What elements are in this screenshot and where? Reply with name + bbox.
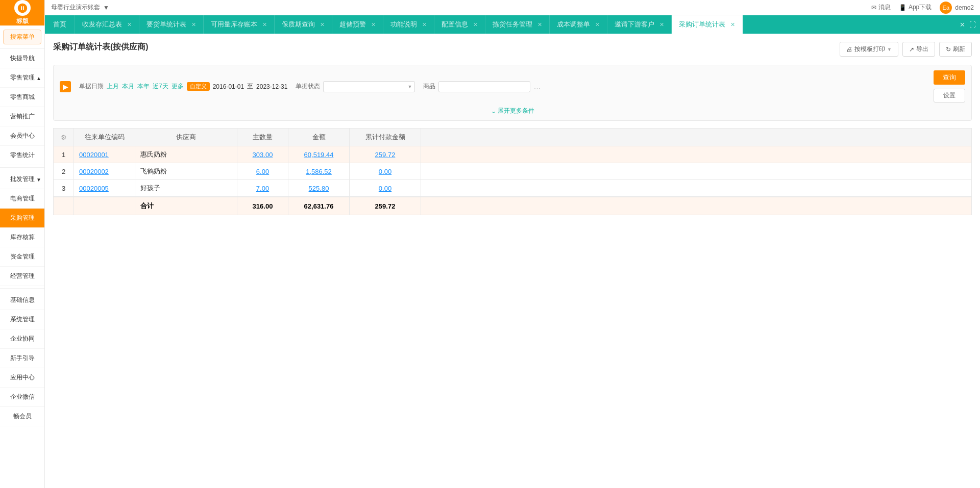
sidebar-item-retailshop[interactable]: 零售商城: [0, 88, 44, 107]
sidebar-item-ecommerce[interactable]: 电商管理: [0, 189, 44, 209]
tab-close-icon[interactable]: ✕: [262, 21, 267, 28]
tab-close-icon[interactable]: ✕: [320, 21, 325, 28]
tabs-maximize[interactable]: ⛶: [969, 21, 976, 29]
sidebar-item-label: 畅会员: [13, 412, 32, 421]
user-profile[interactable]: Ea demo2: [940, 2, 974, 14]
row-no: 2: [54, 163, 74, 180]
tab-close-icon[interactable]: ✕: [371, 21, 376, 28]
sidebar-item-newbie[interactable]: 新手引导: [0, 349, 44, 368]
tab-config[interactable]: 配置信息 ✕: [434, 15, 485, 34]
sidebar-item-retail[interactable]: 零售管理 ▲: [0, 68, 44, 88]
sidebar-item-member[interactable]: 会员中心: [0, 126, 44, 146]
qty[interactable]: 6.00: [237, 163, 288, 180]
sidebar-item-quicknav[interactable]: 快捷导航: [0, 49, 44, 68]
sidebar-item-inventory[interactable]: 库存核算: [0, 228, 44, 247]
more-options-icon[interactable]: …: [533, 83, 541, 91]
paid[interactable]: 0.00: [350, 180, 421, 197]
th-gear[interactable]: ⚙: [54, 129, 74, 146]
sidebar-item-member2[interactable]: 畅会员: [0, 407, 44, 426]
row-empty: [421, 163, 972, 180]
tab-close-icon[interactable]: ✕: [422, 21, 427, 28]
search-menu-button[interactable]: 搜索菜单: [3, 30, 41, 44]
amount[interactable]: 60,519.44: [288, 146, 350, 163]
tab-close-icon[interactable]: ✕: [595, 21, 600, 28]
footer-cell-last: [421, 197, 972, 215]
tab-purchase-stat[interactable]: 采购订单统计表 ✕: [672, 15, 743, 34]
tab-receivepay[interactable]: 收发存汇总表 ✕: [75, 15, 139, 34]
tab-close-icon[interactable]: ✕: [537, 21, 542, 28]
tab-close-icon[interactable]: ✕: [473, 21, 478, 28]
tab-funcguide[interactable]: 功能说明 ✕: [383, 15, 434, 34]
tab-home[interactable]: 首页: [45, 15, 75, 34]
status-select-wrapper: [323, 81, 415, 92]
tab-warranty[interactable]: 保质期查询 ✕: [275, 15, 332, 34]
tab-overstock[interactable]: 超储预警 ✕: [332, 15, 383, 34]
sidebar-item-wholesale[interactable]: 批发管理 ▼: [0, 170, 44, 189]
tab-cost-adjust[interactable]: 成本调整单 ✕: [550, 15, 607, 34]
goods-input[interactable]: [438, 81, 530, 92]
print-button[interactable]: 🖨 按模板打印 ▼: [840, 42, 898, 57]
tab-close-icon[interactable]: ✕: [659, 21, 664, 28]
shortcut-more[interactable]: 更多: [172, 82, 184, 91]
sidebar-item-label: 零售商城: [10, 93, 35, 101]
supplier: 好孩子: [135, 180, 237, 197]
sidebar-item-label: 快捷导航: [10, 54, 35, 63]
sidebar-item-label: 企业协同: [10, 335, 35, 343]
row-empty: [421, 146, 972, 163]
message-label: 消息: [878, 3, 891, 12]
tab-invite[interactable]: 邀请下游客户 ✕: [607, 15, 672, 34]
sidebar-item-enterprise[interactable]: 企业协同: [0, 329, 44, 349]
tab-inventory-book[interactable]: 可用量库存账本 ✕: [204, 15, 275, 34]
expand-down-icon: ⌄: [491, 108, 496, 115]
workspace-selector[interactable]: 母婴行业演示账套 ▼: [51, 3, 109, 12]
sidebar-item-finance[interactable]: 资金管理: [0, 247, 44, 267]
sidebar-item-label: 采购管理: [10, 214, 35, 222]
shortcut-prev-month[interactable]: 上月: [107, 82, 119, 91]
unit-code[interactable]: 00020005: [74, 180, 135, 197]
shortcut-this-month[interactable]: 本月: [122, 82, 134, 91]
sidebar-item-purchase[interactable]: 采购管理: [0, 209, 44, 228]
refresh-button[interactable]: ↻ 刷新: [939, 42, 972, 57]
tab-close-icon[interactable]: ✕: [127, 21, 132, 28]
qty[interactable]: 303.00: [237, 146, 288, 163]
paid[interactable]: 259.72: [350, 146, 421, 163]
settings-button[interactable]: 设置: [934, 89, 965, 102]
print-icon: 🖨: [846, 46, 852, 53]
tab-close-icon[interactable]: ✕: [730, 21, 735, 28]
avatar-initials: Ea: [943, 5, 949, 11]
sidebar-item-marketing[interactable]: 营销推广: [0, 107, 44, 126]
tabs-close-all[interactable]: ✕: [960, 21, 965, 29]
tab-label: 可用量库存账本: [211, 20, 257, 29]
tab-label: 采购订单统计表: [679, 20, 725, 29]
export-button[interactable]: ↗ 导出: [902, 42, 935, 57]
shortcut-this-year[interactable]: 本年: [137, 82, 150, 91]
shortcut-7days[interactable]: 近7天: [153, 82, 168, 91]
sidebar-item-label: 电商管理: [10, 194, 35, 203]
sidebar-item-wechat[interactable]: 企业微信: [0, 388, 44, 407]
qty[interactable]: 7.00: [237, 180, 288, 197]
main-content: 母婴行业演示账套 ▼ ✉ 消息 📱 App下载 Ea demo2 首页: [45, 0, 980, 488]
sidebar-item-appstore[interactable]: 应用中心: [0, 368, 44, 388]
message-button[interactable]: ✉ 消息: [871, 3, 891, 12]
filter-toggle-button[interactable]: ▶: [60, 81, 71, 92]
gear-icon: ⚙: [61, 134, 67, 141]
unit-code[interactable]: 00020002: [74, 163, 135, 180]
sidebar-item-retailstat[interactable]: 零售统计: [0, 146, 44, 165]
sidebar-item-system[interactable]: 系统管理: [0, 310, 44, 329]
amount[interactable]: 525.80: [288, 180, 350, 197]
tab-pick-task[interactable]: 拣货任务管理 ✕: [485, 15, 550, 34]
app-download-button[interactable]: 📱 App下载: [899, 3, 932, 12]
sidebar-item-operations[interactable]: 经营管理: [0, 267, 44, 286]
amount[interactable]: 1,586.52: [288, 163, 350, 180]
tab-goods-stat[interactable]: 要货单统计表 ✕: [139, 15, 204, 34]
unit-code[interactable]: 00020001: [74, 146, 135, 163]
workspace-name: 母婴行业演示账套: [51, 3, 100, 12]
export-icon: ↗: [909, 46, 914, 53]
tab-close-icon[interactable]: ✕: [191, 21, 196, 28]
paid[interactable]: 0.00: [350, 163, 421, 180]
expand-more-button[interactable]: ⌄ 展开更多条件: [491, 107, 534, 115]
status-select[interactable]: [323, 81, 415, 92]
sidebar-item-basic[interactable]: 基础信息: [0, 291, 44, 310]
sidebar-search-section: 搜索菜单: [0, 25, 44, 49]
query-button[interactable]: 查询: [934, 70, 965, 85]
